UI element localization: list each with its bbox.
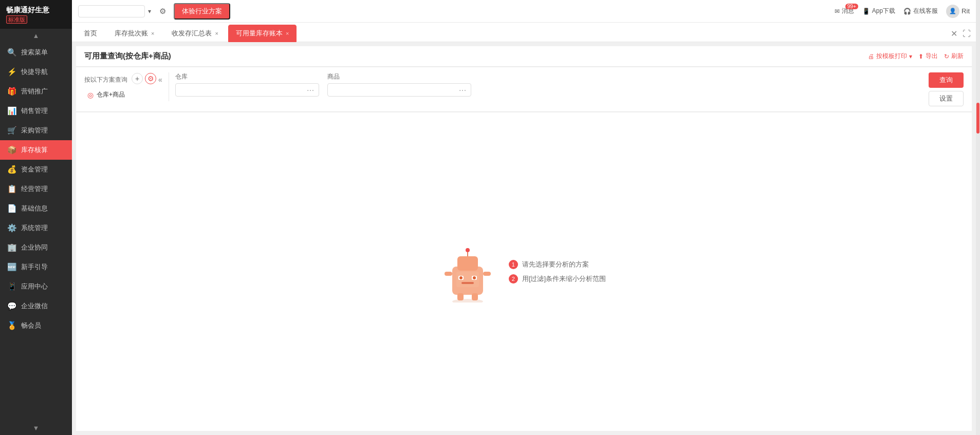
svg-rect-12 <box>483 272 491 276</box>
sidebar-item-shortcut[interactable]: ⚡ 快捷导航 <box>0 62 72 82</box>
sidebar-item-enterprise[interactable]: 🏢 企业协同 <box>0 238 72 257</box>
shortcut-icon: ⚡ <box>7 67 17 77</box>
sidebar-item-sales[interactable]: 📊 销售管理 <box>0 101 72 121</box>
tab-home-label: 首页 <box>84 29 97 38</box>
warehouse-dots[interactable]: ··· <box>307 86 315 94</box>
tab-batch-close[interactable]: × <box>151 30 154 36</box>
empty-hint-1: 1 请先选择要分析的方案 <box>509 260 606 269</box>
svg-rect-11 <box>445 272 452 276</box>
scheme-collapse-button[interactable]: « <box>158 73 162 84</box>
svg-rect-7 <box>461 282 474 284</box>
goods-field: 商品 ··· <box>327 72 471 97</box>
goods-dots[interactable]: ··· <box>459 86 467 94</box>
wechat-icon: 💬 <box>7 301 17 311</box>
scheme-section: 按以下方案查询 + ⚙ « ◎ 仓库+商品 <box>84 72 169 101</box>
user-menu[interactable]: 👤 Rit <box>946 5 970 18</box>
marketing-icon: 🎁 <box>7 87 17 96</box>
hint-text-1: 请先选择要分析的方案 <box>522 260 589 269</box>
tab-available[interactable]: 可用量库存账本 × <box>228 25 297 42</box>
warehouse-label: 仓库 <box>175 72 319 81</box>
sidebar-item-label: 搜索菜单 <box>21 48 48 57</box>
tab-available-close[interactable]: × <box>286 30 289 36</box>
print-button[interactable]: 🖨 按模板打印 ▾ <box>868 52 912 61</box>
app-download-button[interactable]: 📱 App下载 <box>862 7 895 15</box>
sidebar-item-label: 应用中心 <box>21 282 48 291</box>
refresh-icon: ↻ <box>944 53 949 60</box>
brand-name: 畅康通好生意 <box>6 5 66 14</box>
svg-point-5 <box>459 276 463 279</box>
sidebar-item-system[interactable]: ⚙️ 系统管理 <box>0 218 72 238</box>
sidebar-item-wechat[interactable]: 💬 企业微信 <box>0 296 72 316</box>
sidebar-item-search[interactable]: 🔍 搜索菜单 <box>0 43 72 62</box>
goods-input-wrapper[interactable]: ··· <box>327 83 471 97</box>
service-icon: 🎧 <box>903 8 911 15</box>
topbar-search-input[interactable] <box>78 5 145 17</box>
tab-close-icon[interactable]: ✕ <box>950 28 958 40</box>
export-button[interactable]: ⬆ 导出 <box>918 52 938 61</box>
enterprise-icon: 🏢 <box>7 243 17 252</box>
scheme-add-button[interactable]: + <box>132 73 143 84</box>
topbar-settings-icon[interactable]: ⚙ <box>155 4 170 18</box>
avatar: 👤 <box>946 5 959 18</box>
scheme-item-label: 仓库+商品 <box>97 90 125 99</box>
query-button[interactable]: 查询 <box>929 72 964 88</box>
refresh-button[interactable]: ↻ 刷新 <box>944 52 964 61</box>
svg-point-6 <box>473 276 476 279</box>
service-label: 在线客服 <box>913 7 938 15</box>
service-button[interactable]: 🎧 在线客服 <box>903 7 938 15</box>
print-label: 按模板打印 <box>876 52 907 61</box>
settings-button[interactable]: 设置 <box>929 91 964 106</box>
sidebar-item-guide[interactable]: 🆕 新手引导 <box>0 257 72 277</box>
print-dropdown-icon[interactable]: ▾ <box>909 53 912 60</box>
sidebar-item-label: 经营管理 <box>21 184 48 194</box>
appcenter-icon: 📱 <box>7 282 17 291</box>
scheme-item-icon: ◎ <box>87 91 94 99</box>
tab-summary-label: 收发存汇总表 <box>172 29 212 38</box>
tabs-actions: ✕ ⛶ <box>950 28 972 42</box>
right-scrollbar[interactable] <box>976 0 980 435</box>
message-button[interactable]: ✉ 消息 99+ <box>835 7 854 15</box>
sidebar-item-appcenter[interactable]: 📱 应用中心 <box>0 277 72 296</box>
svg-rect-8 <box>457 256 478 271</box>
trial-button[interactable]: 体验行业方案 <box>174 3 230 20</box>
sidebar-item-label: 采购管理 <box>21 126 48 135</box>
scheme-settings-button[interactable]: ⚙ <box>145 73 156 84</box>
sidebar-item-inventory[interactable]: 📦 库存核算 <box>0 140 72 160</box>
empty-hints: 1 请先选择要分析的方案 2 用[过滤]条件来缩小分析范围 <box>509 260 606 283</box>
hint-num-1: 1 <box>509 260 518 269</box>
sidebar-item-finance[interactable]: 💰 资金管理 <box>0 160 72 179</box>
tab-batch[interactable]: 库存批次账 × <box>107 25 162 42</box>
action-buttons: 查询 设置 <box>924 72 964 106</box>
sidebar-item-label: 企业协同 <box>21 243 48 252</box>
tab-summary[interactable]: 收发存汇总表 × <box>164 25 226 42</box>
sidebar-item-label: 基础信息 <box>21 204 48 213</box>
sidebar-scroll-down[interactable]: ▼ <box>0 421 72 435</box>
warehouse-input[interactable] <box>180 86 305 93</box>
empty-state: 1 请先选择要分析的方案 2 用[过滤]条件来缩小分析范围 <box>76 112 972 431</box>
topbar-search-area: ▾ <box>78 5 151 17</box>
tab-home[interactable]: 首页 <box>76 25 105 42</box>
goods-input[interactable] <box>332 86 457 93</box>
svg-rect-14 <box>472 293 478 300</box>
scheme-item[interactable]: ◎ 仓库+商品 <box>84 88 162 101</box>
tab-batch-label: 库存批次账 <box>115 29 148 38</box>
sidebar-item-marketing[interactable]: 🎁 营销推广 <box>0 82 72 101</box>
export-label: 导出 <box>926 52 938 61</box>
sidebar-item-label: 库存核算 <box>21 145 48 155</box>
tab-summary-close[interactable]: × <box>215 30 218 36</box>
tab-expand-icon[interactable]: ⛶ <box>961 28 972 40</box>
sidebar-item-member[interactable]: 🏅 畅会员 <box>0 316 72 335</box>
dropdown-icon[interactable]: ▾ <box>148 8 151 15</box>
sidebar-item-operations[interactable]: 📋 经营管理 <box>0 179 72 199</box>
sidebar-item-purchase[interactable]: 🛒 采购管理 <box>0 121 72 140</box>
filter-fields: 仓库 ··· 商品 ··· <box>175 72 918 97</box>
scroll-thumb[interactable] <box>976 103 979 134</box>
main-content: ▾ ⚙ 体验行业方案 ✉ 消息 99+ 📱 App下载 🎧 在线客服 👤 Rit <box>72 0 976 435</box>
topbar-right: ✉ 消息 99+ 📱 App下载 🎧 在线客服 👤 Rit <box>835 5 970 18</box>
sidebar-scroll-up[interactable]: ▲ <box>0 29 72 43</box>
message-badge: 99+ <box>845 4 858 9</box>
warehouse-input-wrapper[interactable]: ··· <box>175 83 319 97</box>
empty-hint-2: 2 用[过滤]条件来缩小分析范围 <box>509 274 606 283</box>
refresh-label: 刷新 <box>951 52 964 61</box>
sidebar-item-basic[interactable]: 📄 基础信息 <box>0 199 72 218</box>
